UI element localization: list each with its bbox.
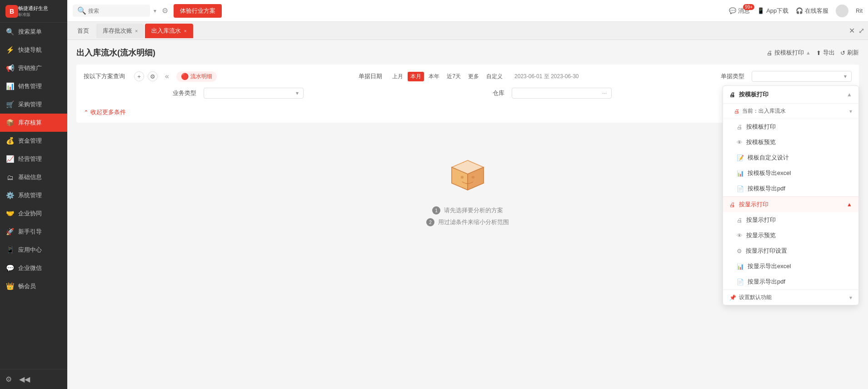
close-all-tabs-icon[interactable]: ✕ [849, 26, 855, 35]
search-input[interactable] [88, 8, 143, 14]
sidebar-item-finance[interactable]: 💰 资金管理 [0, 132, 67, 150]
export-label: 导出 [823, 49, 835, 57]
sidebar-item-marketing[interactable]: 📢 营销推广 [0, 59, 67, 77]
dropdown-item-display-print-settings[interactable]: ⚙ 按显示打印设置 [723, 243, 858, 259]
sidebar-item-appstore[interactable]: 📱 应用中心 [0, 241, 67, 259]
dropdown-item-display-preview[interactable]: 👁 按显示预览 [723, 228, 858, 243]
date-tabs: 上月 本月 本年 近7天 更多 自定义 [389, 72, 505, 81]
sidebar-item-guide[interactable]: 🚀 新手引导 [0, 223, 67, 241]
dropdown-header[interactable]: 🖨 按模板打印 ▲ [723, 86, 858, 104]
template-preview-item-label: 按模板预览 [746, 138, 776, 146]
tabbar: 首页 库存批次账 × 出入库流水 × ✕ ⤢ [67, 22, 868, 40]
page-title: 出入库流水(流水明细) [76, 47, 155, 58]
topbar-search-icon: 🔍 [77, 6, 86, 15]
template-print-btn[interactable]: 🖨 按模板打印 ▲ [767, 49, 811, 57]
doc-type-select[interactable]: ▾ [752, 71, 852, 82]
tab-inventory-batch[interactable]: 库存批次账 × [96, 24, 144, 38]
dropdown-section-display[interactable]: 🖨 按显示打印 ▲ [723, 196, 858, 212]
dropdown-item-template-excel[interactable]: 📊 按模板导出excel [723, 165, 858, 181]
topbar: 🔍 ▾ ⚙ 体验行业方案 💬 消息 99+ 📱 App下载 🎧 在线客服 Rit [67, 0, 868, 22]
tab-inout-flow-close[interactable]: × [184, 28, 186, 34]
sidebar-item-search[interactable]: 🔍 搜索菜单 [0, 23, 67, 41]
date-tab-more[interactable]: 更多 [465, 72, 482, 81]
sidebar: B 畅捷通好生意 标准版 🔍 搜索菜单 ⚡ 快捷导航 📢 营销推广 📊 销售管理… [0, 0, 67, 389]
filter-settings-btn[interactable]: ⚙ [148, 71, 158, 81]
display-preview-item-icon: 👁 [737, 232, 743, 239]
app-download-label: App下载 [766, 7, 788, 15]
dropdown-item-template-custom[interactable]: 📝 模板自定义设计 [723, 150, 858, 165]
sidebar-item-inventory[interactable]: 📦 库存核算 [0, 114, 67, 132]
sidebar-item-operations[interactable]: 📈 经营管理 [0, 150, 67, 168]
topbar-right: 💬 消息 99+ 📱 App下载 🎧 在线客服 Rit [729, 5, 863, 17]
collapse-sidebar-icon[interactable]: ◀◀ [19, 375, 30, 384]
dropdown-item-display-pdf[interactable]: 📄 按显示导出pdf [723, 274, 858, 289]
date-tab-custom[interactable]: 自定义 [484, 72, 505, 81]
avatar[interactable] [836, 5, 848, 17]
tab-home[interactable]: 首页 [71, 24, 95, 38]
customer-service-icon: 🎧 [796, 7, 803, 14]
display-section-icon: 🖨 [729, 201, 735, 208]
guide-icon: 🚀 [5, 227, 15, 236]
dropdown-item-display-excel[interactable]: 📊 按显示导出excel [723, 259, 858, 274]
filter-collapse-icon[interactable]: « [165, 72, 169, 80]
dropdown-current-template[interactable]: 🖨 当前：出入库流水 ▾ [723, 104, 858, 119]
customer-service-btn[interactable]: 🎧 在线客服 [796, 7, 828, 15]
sidebar-item-basic[interactable]: 🗂 基础信息 [0, 168, 67, 186]
sidebar-item-label: 系统管理 [18, 191, 42, 199]
app-download-btn[interactable]: 📱 App下载 [757, 7, 788, 15]
industry-btn[interactable]: 体验行业方案 [174, 4, 222, 18]
page-header-actions: 🖨 按模板打印 ▲ ⬆ 导出 ↺ 刷新 [767, 49, 859, 57]
topbar-search-box[interactable]: 🔍 [73, 5, 150, 17]
date-tab-this-year[interactable]: 本年 [426, 72, 442, 81]
sidebar-item-label: 应用中心 [18, 246, 42, 254]
chevron-up-icon: ⌃ [84, 109, 89, 116]
collapse-more-label: 收起更多条件 [90, 108, 126, 116]
sidebar-item-sales[interactable]: 📊 销售管理 [0, 77, 67, 95]
sidebar-item-system[interactable]: ⚙️ 系统管理 [0, 186, 67, 204]
search-chevron-icon[interactable]: ▾ [154, 8, 156, 14]
display-print-item-label: 按显示打印 [746, 216, 776, 224]
dropdown-item-template-print[interactable]: 🖨 按模板打印 [723, 119, 858, 135]
sidebar-item-label: 基础信息 [18, 173, 42, 181]
template-print-dropdown: 🖨 按模板打印 ▲ 🖨 当前：出入库流水 ▾ 🖨 按模板打印 👁 [723, 85, 859, 305]
biz-type-arrow-icon: ▾ [296, 90, 299, 96]
tab-inout-flow[interactable]: 出入库流水 × [145, 24, 193, 38]
dropdown-item-template-pdf[interactable]: 📄 按模板导出pdf [723, 181, 858, 196]
biz-type-select[interactable]: ▾ [204, 88, 304, 99]
sidebar-item-label: 新手引导 [18, 228, 42, 236]
dropdown-item-template-preview[interactable]: 👁 按模板预览 [723, 135, 858, 150]
sidebar-item-label: 经营管理 [18, 155, 42, 163]
sidebar-item-label: 营销推广 [18, 64, 42, 72]
dropdown-footer[interactable]: 📌 设置默认功能 ▾ [723, 289, 858, 305]
sidebar-item-wechat[interactable]: 💬 企业微信 [0, 259, 67, 277]
date-range-display: 2023-06-01 至 2023-06-30 [514, 73, 579, 80]
dropdown-item-display-print[interactable]: 🖨 按显示打印 [723, 212, 858, 228]
message-btn[interactable]: 💬 消息 99+ [729, 7, 750, 15]
sidebar-item-label: 企业协同 [18, 209, 42, 218]
template-excel-item-icon: 📊 [737, 170, 744, 177]
date-tab-this-month[interactable]: 本月 [408, 72, 424, 81]
tab-inventory-batch-close[interactable]: × [135, 28, 138, 34]
sidebar-item-label: 企业微信 [18, 264, 42, 272]
filter-tag-icon: 🔴 [181, 73, 189, 80]
active-filter-tag: 🔴 流水明细 [176, 71, 217, 82]
sidebar-item-coop[interactable]: 🤝 企业协同 [0, 204, 67, 223]
warehouse-select[interactable]: ··· [512, 88, 612, 99]
template-print-chevron: ▲ [806, 50, 811, 55]
topbar-gear-icon[interactable]: ⚙ [162, 6, 168, 15]
export-btn[interactable]: ⬆ 导出 [816, 49, 835, 57]
sidebar-item-purchase[interactable]: 🛒 采购管理 [0, 95, 67, 114]
display-section-label: 按显示打印 [739, 200, 768, 209]
template-custom-item-label: 模板自定义设计 [748, 154, 789, 162]
current-template-chevron: ▾ [849, 108, 852, 115]
page-content: 出入库流水(流水明细) 🖨 按模板打印 ▲ ⬆ 导出 ↺ 刷新 [67, 40, 868, 389]
filter-add-btn[interactable]: + [134, 71, 144, 81]
sidebar-item-vip[interactable]: 👑 畅会员 [0, 277, 67, 295]
expand-window-icon[interactable]: ⤢ [858, 26, 864, 35]
settings-footer-icon[interactable]: ⚙ [5, 375, 12, 384]
tab-inventory-batch-label: 库存批次账 [103, 27, 132, 35]
refresh-btn[interactable]: ↺ 刷新 [840, 49, 859, 57]
date-tab-last-month[interactable]: 上月 [389, 72, 406, 81]
date-tab-last-7[interactable]: 近7天 [444, 72, 464, 81]
sidebar-item-quick-nav[interactable]: ⚡ 快捷导航 [0, 41, 67, 59]
